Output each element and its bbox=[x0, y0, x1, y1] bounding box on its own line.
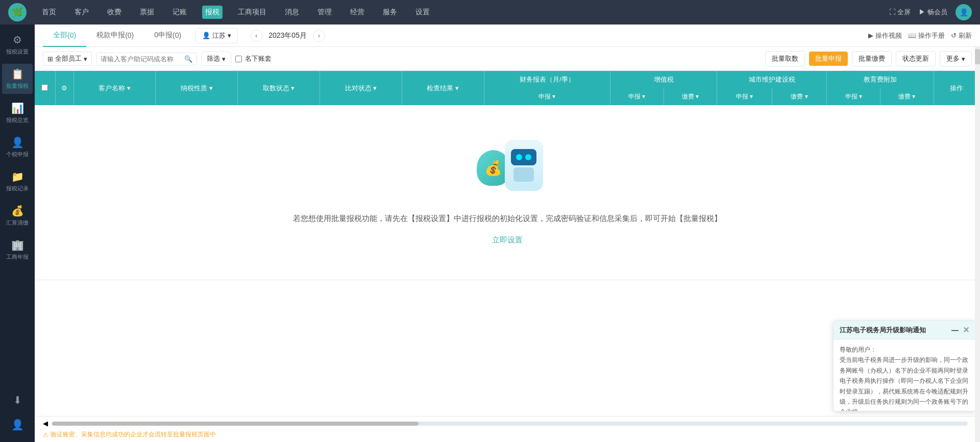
horizontal-scrollbar[interactable] bbox=[52, 422, 968, 426]
refresh-btn[interactable]: ↺ 刷新 bbox=[951, 31, 972, 40]
batch-tax-icon: 📋 bbox=[11, 68, 24, 80]
settle-icon: 💰 bbox=[11, 205, 24, 217]
app-logo[interactable]: 🌿 bbox=[8, 3, 27, 21]
th-tax-type: 纳税性质 ▾ bbox=[156, 71, 238, 105]
nav-message[interactable]: 消息 bbox=[282, 6, 302, 19]
data-table: ⚙ 客户名称 ▾ 纳税性质 ▾ 取数状态 ▾ 比对状态 ▾ 检查结果 ▾ 财务报… bbox=[35, 71, 980, 280]
member-btn[interactable]: ▶ 畅会员 bbox=[919, 8, 947, 17]
robot-illustration: 💰 bbox=[472, 140, 543, 201]
content-wrapper: 全部(0) 税款申报(0) 0申报(0) 👤 江苏 ▾ ‹ 2023年05月 › bbox=[35, 24, 980, 442]
batch-report-btn[interactable]: 批量申报 bbox=[809, 52, 848, 66]
arrow-left-icon: ◀ bbox=[43, 420, 48, 427]
th-financial-report-sub: 申报 ▾ bbox=[484, 88, 610, 105]
sidebar-item-batch-tax[interactable]: 📋 批量报税 bbox=[2, 64, 33, 94]
nav-settings[interactable]: 设置 bbox=[412, 6, 433, 19]
table-icon: ⊞ bbox=[47, 55, 53, 63]
nav-operation[interactable]: 经营 bbox=[347, 6, 368, 19]
sidebar: ⚙ 报税设置 📋 批量报税 📊 报税总览 👤 个税申报 📁 报税记录 💰 汇算清… bbox=[0, 24, 35, 442]
th-vat-pay: 缴费 ▾ bbox=[664, 88, 717, 105]
fullscreen-btn[interactable]: ⛶ 全屏 bbox=[889, 8, 911, 17]
th-check-result: 检查结果 ▾ bbox=[402, 71, 484, 105]
empty-state-cell: 💰 bbox=[35, 105, 980, 280]
batch-fetch-btn[interactable]: 批量取数 bbox=[765, 51, 805, 66]
more-btn[interactable]: 更多 ▾ bbox=[940, 51, 972, 66]
chevron-down-icon: ▾ bbox=[962, 55, 965, 63]
accounts-checkbox[interactable] bbox=[235, 56, 242, 62]
th-fetch-status: 取数状态 ▾ bbox=[238, 71, 320, 105]
sidebar-label-tax-overview: 报税总览 bbox=[6, 116, 29, 124]
nav-service[interactable]: 服务 bbox=[380, 6, 400, 19]
nav-accounting[interactable]: 记账 bbox=[169, 6, 190, 19]
main-layout: ⚙ 报税设置 📋 批量报税 📊 报税总览 👤 个税申报 📁 报税记录 💰 汇算清… bbox=[0, 24, 980, 442]
notification-greeting: 尊敬的用户： bbox=[840, 345, 969, 355]
tabs-bar: 全部(0) 税款申报(0) 0申报(0) 👤 江苏 ▾ ‹ 2023年05月 › bbox=[35, 24, 980, 47]
sidebar-item-tax-record[interactable]: 📁 报税记录 bbox=[2, 166, 33, 197]
status-update-btn[interactable]: 状态更新 bbox=[896, 51, 936, 66]
empty-state: 💰 bbox=[40, 109, 975, 276]
overview-icon: 📊 bbox=[11, 102, 24, 114]
annual-report-icon: 🏢 bbox=[11, 239, 24, 251]
chevron-down-icon: ▾ bbox=[84, 55, 87, 63]
logo-icon: 🌿 bbox=[12, 7, 23, 18]
sidebar-item-user[interactable]: 👤 bbox=[9, 414, 26, 435]
select-all-checkbox[interactable] bbox=[41, 84, 48, 91]
minimize-icon[interactable]: — bbox=[951, 326, 959, 334]
top-navigation: 🌿 首页 客户 收费 票据 记账 报税 工商项目 消息 管理 经营 服务 设置 … bbox=[0, 0, 980, 24]
top-nav-right: ⛶ 全屏 ▶ 畅会员 👤 bbox=[889, 4, 972, 20]
tab-all[interactable]: 全部(0) bbox=[43, 24, 86, 47]
search-icon[interactable]: 🔍 bbox=[184, 55, 192, 63]
th-gear: ⚙ bbox=[55, 71, 74, 105]
nav-customer[interactable]: 客户 bbox=[71, 6, 92, 19]
th-edu-surcharge: 教育费附加 bbox=[827, 71, 934, 88]
sidebar-item-personal-tax[interactable]: 👤 个税申报 bbox=[2, 132, 33, 162]
sidebar-item-tax-overview[interactable]: 📊 报税总览 bbox=[2, 98, 33, 128]
checkbox-label[interactable]: 名下账套 bbox=[235, 54, 272, 63]
settings-icon: ⚙ bbox=[13, 34, 22, 46]
tab-tax-report[interactable]: 税款申报(0) bbox=[86, 24, 144, 47]
th-compare-status: 比对状态 ▾ bbox=[320, 71, 402, 105]
th-city-tax: 城市维护建设税 bbox=[717, 71, 827, 88]
manual-btn[interactable]: 📖 操作手册 bbox=[908, 31, 945, 40]
sidebar-label-tax-record: 报税记录 bbox=[6, 185, 29, 192]
chevron-down-icon: ▾ bbox=[228, 32, 231, 39]
notification-body: 尊敬的用户： 受当前电子税务局进一步升级的影响，同一个政务网账号（办税人）名下的… bbox=[834, 339, 975, 411]
personal-tax-icon: 👤 bbox=[11, 136, 24, 149]
sidebar-label-personal-tax: 个税申报 bbox=[6, 151, 29, 158]
toolbar: ⊞ 全部员工 ▾ 🔍 筛选 ▾ 名下账套 批量取数 bbox=[35, 47, 980, 71]
sidebar-item-download[interactable]: ⬇ bbox=[9, 390, 26, 410]
warning-bar: ⚠ 验证账密、采集信息均成功的企业才会流转至批量报税页面中 bbox=[35, 430, 980, 442]
close-icon[interactable]: ✕ bbox=[963, 325, 969, 335]
tab-zero-report[interactable]: 0申报(0) bbox=[144, 24, 191, 47]
province-selector[interactable]: 👤 江苏 ▾ bbox=[195, 28, 238, 43]
sidebar-label-batch-tax: 批量报税 bbox=[6, 82, 29, 90]
filter-btn[interactable]: 筛选 ▾ bbox=[201, 52, 231, 66]
user-icon: 👤 bbox=[11, 419, 24, 431]
empty-description: 若您想使用批量报税功能，请先在【报税设置】中进行报税的初始化设置，完成密码验证和… bbox=[293, 211, 722, 225]
nav-home[interactable]: 首页 bbox=[39, 6, 59, 19]
next-month-btn[interactable]: › bbox=[313, 30, 325, 42]
th-city-tax-pay: 缴费 ▾ bbox=[772, 88, 827, 105]
nav-tax[interactable]: 报税 bbox=[202, 6, 223, 19]
sidebar-item-annual-settle[interactable]: 💰 汇算清缴 bbox=[2, 201, 33, 231]
nav-manage[interactable]: 管理 bbox=[314, 6, 335, 19]
batch-pay-btn[interactable]: 批量缴费 bbox=[852, 51, 892, 66]
vertical-scrollbar[interactable] bbox=[975, 47, 980, 442]
month-nav: ‹ 2023年05月 › bbox=[250, 30, 325, 42]
prev-month-btn[interactable]: ‹ bbox=[250, 30, 262, 42]
setup-link[interactable]: 立即设置 bbox=[492, 235, 523, 245]
employee-select[interactable]: ⊞ 全部员工 ▾ bbox=[43, 52, 92, 66]
notification-panel: 江苏电子税务局升级影响通知 — ✕ 尊敬的用户： 受当前电子税务局进一步升级的影… bbox=[833, 321, 976, 411]
nav-invoice[interactable]: 票据 bbox=[137, 6, 157, 19]
month-display: 2023年05月 bbox=[268, 31, 307, 40]
video-tutorial-btn[interactable]: ▶ 操作视频 bbox=[868, 31, 902, 40]
th-city-tax-report: 申报 ▾ bbox=[717, 88, 772, 105]
sidebar-item-annual-report[interactable]: 🏢 工商年报 bbox=[2, 235, 33, 265]
notification-header: 江苏电子税务局升级影响通知 — ✕ bbox=[834, 321, 975, 339]
sidebar-item-tax-settings[interactable]: ⚙ 报税设置 bbox=[2, 30, 33, 60]
nav-business[interactable]: 工商项目 bbox=[235, 6, 270, 19]
search-input[interactable] bbox=[101, 55, 182, 63]
avatar[interactable]: 👤 bbox=[955, 4, 972, 20]
nav-billing[interactable]: 收费 bbox=[104, 6, 125, 19]
th-vat-report: 申报 ▾ bbox=[610, 88, 664, 105]
download-icon: ⬇ bbox=[13, 394, 22, 406]
